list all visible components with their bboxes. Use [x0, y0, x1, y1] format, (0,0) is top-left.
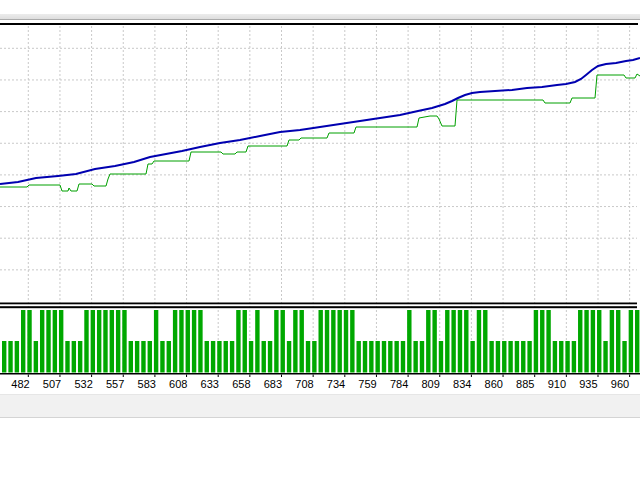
x-tick-label: 860 — [485, 378, 503, 390]
lot-bar — [470, 341, 474, 373]
x-tick-label: 532 — [74, 378, 92, 390]
lot-bar — [59, 310, 63, 373]
lot-bar — [230, 341, 234, 373]
lot-bar — [84, 310, 88, 373]
x-axis-ticks — [28, 375, 629, 378]
lot-bar — [129, 341, 133, 373]
lot-bar — [78, 341, 82, 373]
x-tick-label: 557 — [106, 378, 124, 390]
lot-bar — [458, 310, 462, 373]
lot-bar — [186, 310, 190, 373]
lot-bar — [344, 310, 348, 373]
lot-bar — [502, 341, 506, 373]
lot-bar — [483, 310, 487, 373]
lot-bar — [135, 341, 139, 373]
lot-bar — [584, 310, 588, 373]
lot-bar — [407, 310, 411, 373]
lot-bar — [629, 310, 633, 373]
lot-bar — [325, 310, 329, 373]
lot-bar — [319, 310, 323, 373]
lot-bar — [445, 310, 449, 373]
lot-bar — [401, 341, 405, 373]
lot-bar — [65, 341, 69, 373]
x-tick-label: 633 — [201, 378, 219, 390]
lot-bar — [262, 341, 266, 373]
lot-bar — [255, 310, 259, 373]
x-tick-label: 658 — [232, 378, 250, 390]
x-tick-label: 834 — [453, 378, 471, 390]
lot-bar — [337, 310, 341, 373]
x-tick-label: 784 — [390, 378, 408, 390]
lot-bar — [521, 341, 525, 373]
lot-bar — [148, 341, 152, 373]
lot-bar — [274, 310, 278, 373]
lot-bar — [451, 310, 455, 373]
lot-bar — [578, 310, 582, 373]
lot-bar — [21, 310, 25, 373]
x-tick-label: 683 — [264, 378, 282, 390]
lot-bar — [464, 310, 468, 373]
lot-bar — [610, 310, 614, 373]
lot-bar — [217, 341, 221, 373]
balance-line — [0, 58, 640, 184]
x-tick-label: 734 — [327, 378, 345, 390]
lot-bar — [281, 310, 285, 373]
lot-bar — [356, 341, 360, 373]
lot-bar — [179, 310, 183, 373]
x-tick-label: 708 — [295, 378, 313, 390]
lot-bar — [508, 341, 512, 373]
lot-bar — [534, 310, 538, 373]
lot-bar — [432, 310, 436, 373]
lot-bar — [572, 341, 576, 373]
lot-bar — [268, 341, 272, 373]
lot-bar — [382, 341, 386, 373]
lot-bar — [116, 310, 120, 373]
lot-bar — [591, 310, 595, 373]
lot-bar — [224, 341, 228, 373]
lot-bar — [439, 341, 443, 373]
balance-equity-chart[interactable]: 4825075325575836086336586837087347597848… — [0, 0, 640, 480]
lot-bar — [293, 310, 297, 373]
lot-bar — [173, 310, 177, 373]
lot-bar — [300, 310, 304, 373]
lot-bar — [369, 341, 373, 373]
x-tick-label: 960 — [611, 378, 629, 390]
lot-bar — [616, 310, 620, 373]
lot-bar — [160, 341, 164, 373]
x-axis-labels: 4825075325575836086336586837087347597848… — [11, 378, 629, 390]
lot-bar — [375, 341, 379, 373]
lot-bar — [350, 310, 354, 373]
lot-bar — [540, 310, 544, 373]
x-tick-label: 809 — [421, 378, 439, 390]
lot-bar — [363, 341, 367, 373]
x-tick-label: 935 — [579, 378, 597, 390]
lot-bar — [122, 310, 126, 373]
lot-bar — [287, 341, 291, 373]
lot-bar — [249, 341, 253, 373]
lot-size-bars — [2, 310, 639, 373]
lot-bar — [331, 310, 335, 373]
x-tick-label: 910 — [548, 378, 566, 390]
lot-bar — [103, 310, 107, 373]
lot-bar — [2, 341, 6, 373]
lot-bar — [420, 341, 424, 373]
lot-bar — [413, 341, 417, 373]
lot-bar — [635, 310, 639, 373]
lot-bar — [553, 341, 557, 373]
lot-bar — [312, 341, 316, 373]
lot-bar — [34, 341, 38, 373]
lot-bar — [91, 310, 95, 373]
lot-bar — [167, 341, 171, 373]
lot-bar — [477, 310, 481, 373]
lot-bar — [597, 310, 601, 373]
x-tick-label: 608 — [169, 378, 187, 390]
lot-bar — [211, 341, 215, 373]
lot-bar — [243, 310, 247, 373]
x-tick-label: 583 — [138, 378, 156, 390]
lot-bar — [27, 310, 31, 373]
lot-bar — [489, 341, 493, 373]
separator-line-upper — [0, 303, 637, 305]
chart-top-border — [0, 23, 638, 25]
x-tick-label: 759 — [358, 378, 376, 390]
lot-bar — [559, 341, 563, 373]
